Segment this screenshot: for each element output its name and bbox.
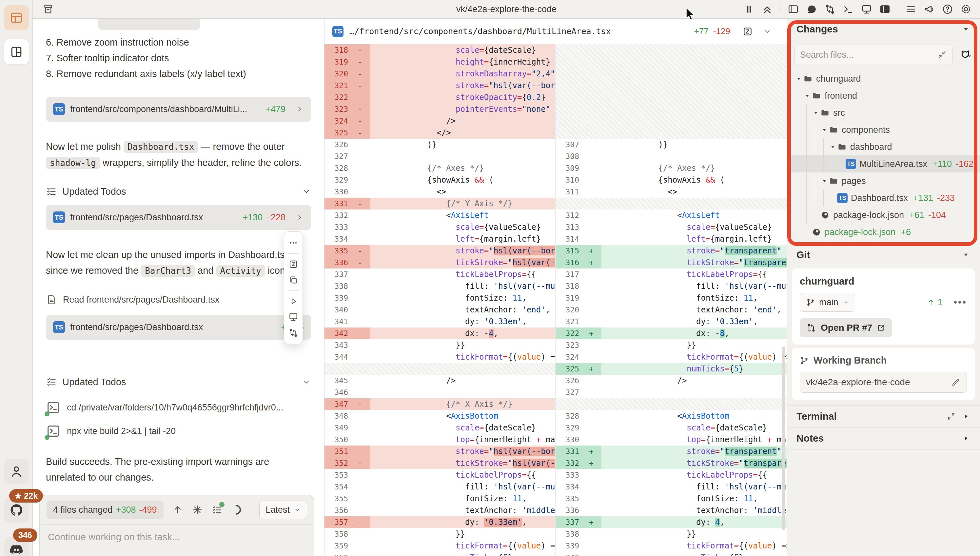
file-search[interactable]	[794, 45, 953, 65]
diff-line[interactable]: 356 textAnchor: 'middle',	[325, 504, 555, 516]
diff-line[interactable]: 346	[325, 386, 555, 398]
diff-line[interactable]: 329 scale={dateScale}	[555, 422, 786, 434]
diff-line[interactable]: 339 tickFormat={(value) =>	[555, 540, 786, 552]
diff-line[interactable]: 321 dy: '0.33em',	[555, 316, 786, 328]
diff-line[interactable]: 337 tickLabelProps={{	[325, 268, 555, 280]
chat-transcript[interactable]: 6. Remove zoom instruction noise7. Softe…	[46, 19, 311, 485]
diff-line[interactable]: 351- stroke="hsl(var(--border))"	[325, 446, 555, 457]
updated-todos-row[interactable]: Updated Todos	[46, 186, 311, 197]
diff-line[interactable]: 320 textAnchor: 'end',	[555, 304, 786, 316]
diff-line[interactable]: 355 fontSize: 11,	[325, 493, 555, 504]
diff-line[interactable]: 323 }}	[555, 339, 786, 351]
diff-line[interactable]: 360 numTicks={5}	[325, 552, 555, 556]
diff-line[interactable]: 347- {/* X Axis */}	[325, 398, 555, 410]
diff-line[interactable]: 320- strokeDasharray="2,4"	[325, 68, 555, 80]
diff-line[interactable]: 316+ tickStroke="transparent"	[555, 257, 786, 268]
diff-line[interactable]: 315+ stroke="transparent"	[555, 245, 786, 257]
diff-line[interactable]: 330 <>	[325, 186, 555, 198]
diff-line[interactable]: 353 tickLabelProps={{	[325, 469, 555, 481]
tree-folder-frontend[interactable]: frontend	[786, 87, 980, 104]
edit-branch-button[interactable]	[951, 377, 961, 387]
diff-line[interactable]: 319 fontSize: 11,	[555, 292, 786, 304]
diff-line[interactable]: 358 }}	[325, 528, 555, 540]
notes-caret-icon[interactable]	[962, 434, 970, 443]
more-dots-button[interactable]	[286, 235, 301, 251]
diff-line[interactable]: 345 />	[325, 375, 555, 386]
diff-line[interactable]: 323- pointerEvents="none"	[325, 103, 555, 115]
git-section-header[interactable]: Git	[786, 244, 980, 265]
rail-item-kanban[interactable]	[4, 39, 29, 64]
expand-terminal-button[interactable]	[946, 412, 956, 421]
message-input[interactable]: Continue working on this task...	[40, 525, 314, 543]
rail-item-layout[interactable]	[4, 5, 29, 30]
diff-line[interactable]: 328 {/* Axes */}	[325, 162, 555, 174]
diff-header[interactable]: TS …/frontend/src/components/dashboard/M…	[325, 19, 786, 44]
diff-line[interactable]: 309 {/* Axes */}	[555, 162, 786, 174]
archive-button[interactable]	[40, 2, 56, 16]
diff-line[interactable]: 335- stroke="hsl(var(--border))"	[325, 245, 555, 257]
diff-line[interactable]: 338 }}	[555, 528, 786, 540]
diff-line[interactable]: 336 textAnchor: 'middle',	[555, 504, 786, 516]
diff-line[interactable]: 348 <AxisBottom	[325, 410, 555, 422]
monitor-button[interactable]	[859, 2, 874, 16]
collapse-up-button[interactable]	[760, 2, 775, 16]
diff-line[interactable]: 342- dx: -4,	[325, 328, 555, 339]
rail-item-person[interactable]	[4, 459, 29, 484]
diff-line[interactable]: 333 tickLabelProps={{	[555, 469, 786, 481]
diff-line[interactable]: 359 tickFormat={(value) =>	[325, 540, 555, 552]
working-branch-input[interactable]	[806, 377, 951, 388]
gear-button[interactable]	[958, 2, 974, 16]
git-compare-button[interactable]	[286, 325, 301, 341]
help-button[interactable]	[940, 2, 955, 16]
terminal-command-row[interactable]: npx vite build 2>&1 | tail -20	[46, 423, 311, 439]
tree-file-multilinearea-tsx[interactable]: TS MultiLineArea.tsx +110-162	[786, 155, 980, 173]
panel-left-button[interactable]	[786, 2, 801, 16]
tool-call-row[interactable]: Read frontend/src/pages/Dashboard.tsx	[46, 294, 311, 305]
tree-file-dashboard-tsx[interactable]: TS Dashboard.tsx +131-233	[786, 189, 980, 207]
diff-line[interactable]: 308	[555, 150, 786, 162]
inline-diff-button[interactable]	[286, 256, 301, 272]
diff-line[interactable]: 350 top={innerHeight + margin.top}	[325, 434, 555, 446]
diff-line[interactable]: 332+ tickStroke="transparent"	[555, 457, 786, 469]
chevron-down-icon[interactable]	[302, 187, 311, 196]
changes-section-header[interactable]: Changes	[786, 19, 980, 40]
burst-icon[interactable]	[192, 504, 203, 516]
diff-line[interactable]: 341 dy: '0.33em',	[325, 316, 555, 328]
diff-line[interactable]: 307 )}	[555, 139, 786, 150]
chevron-down-icon[interactable]	[302, 377, 311, 386]
menu-button[interactable]	[903, 2, 919, 16]
diff-line[interactable]: 357- dy: '0.33em',	[325, 516, 555, 528]
diff-line[interactable]: 326 )}	[325, 139, 555, 150]
cat-icon[interactable]	[958, 48, 972, 61]
monitor-button[interactable]	[286, 309, 301, 325]
file-change-chip[interactable]: TS frontend/src/pages/Dashboard.tsx +130…	[46, 205, 311, 230]
diff-line[interactable]: 330 top={innerHeight + margin.top}	[555, 434, 786, 446]
diff-line[interactable]: 334 left={margin.left}	[325, 233, 555, 245]
diff-line[interactable]: 311 <>	[555, 186, 786, 198]
copy-button[interactable]	[286, 272, 301, 288]
diff-line[interactable]: 312 <AxisLeft	[555, 210, 786, 221]
commits-ahead[interactable]: 1	[927, 297, 942, 307]
open-pr-button[interactable]: Open PR #7	[800, 318, 892, 337]
tree-file-package-lock-json[interactable]: package-lock.json +61-104	[786, 207, 980, 223]
tree-folder-dashboard[interactable]: dashboard	[786, 138, 980, 155]
diff-scrollbar[interactable]	[782, 346, 785, 530]
diff-line[interactable]: 318 fill: 'hsl(var(--muted-foreground))'	[555, 280, 786, 292]
diff-line[interactable]: 321- stroke="hsl(var(--border))"	[325, 80, 555, 92]
tree-folder-churnguard[interactable]: churnguard	[786, 70, 980, 87]
diff-line[interactable]: 336- tickStroke="hsl(var(--border))"	[325, 257, 555, 268]
diff-line[interactable]: 317 tickLabelProps={{	[555, 268, 786, 280]
diff-line[interactable]: 352- tickStroke="hsl(var(--border))"	[325, 457, 555, 469]
diff-line[interactable]: 326 />	[555, 375, 786, 386]
diff-line[interactable]: 340 textAnchor: 'end',	[325, 304, 555, 316]
diff-line[interactable]: 313 scale={valueScale}	[555, 221, 786, 233]
diff-line[interactable]: 333 scale={valueScale}	[325, 221, 555, 233]
diff-line[interactable]: 340 numTicks={5}	[555, 552, 786, 556]
diff-line[interactable]: 344 tickFormat={(value) =>	[325, 351, 555, 363]
tree-folder-components[interactable]: components	[786, 121, 980, 138]
diff-line[interactable]: 325- </>	[325, 127, 555, 139]
diff-line[interactable]: 329 {showAxis && (	[325, 174, 555, 186]
terminal-button[interactable]	[841, 2, 856, 16]
diff-line[interactable]: 332 <AxisLeft	[325, 210, 555, 221]
todo-status-icon[interactable]	[211, 504, 223, 516]
